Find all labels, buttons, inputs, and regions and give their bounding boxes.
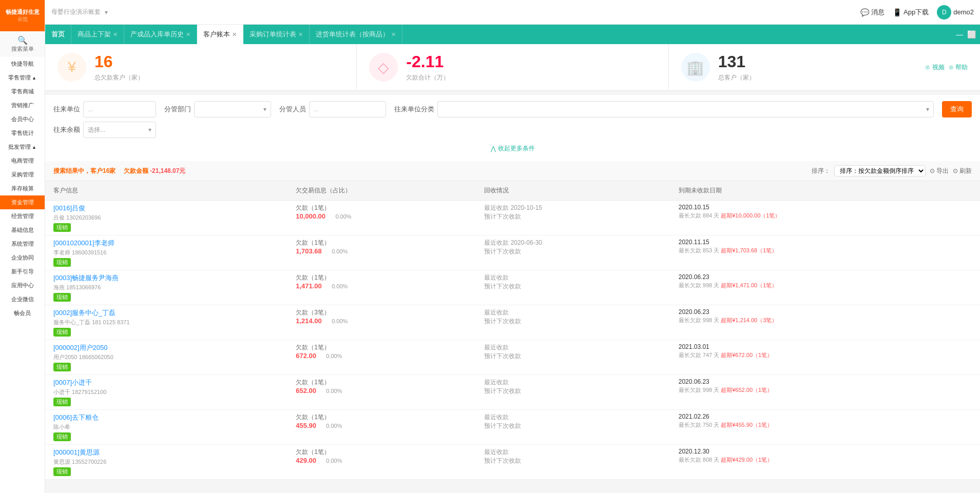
customer-name[interactable]: [0003]畅捷服务尹海燕 [53, 273, 279, 283]
collapse-btn[interactable]: ⋀ 收起更多条件 [53, 142, 972, 155]
balance-input[interactable]: 选择... ▾ [83, 122, 156, 138]
sidebar-item-batch-mgmt[interactable]: 批发管理 ▲ [0, 140, 45, 154]
debt-amount[interactable]: 1,703.68 [296, 247, 322, 255]
customer-tag: 现销 [53, 467, 71, 476]
sidebar-item-retail-mall[interactable]: 零售商城 [0, 85, 45, 98]
customer-tag: 现销 [53, 398, 71, 406]
table-container: 客户信息 欠交易信息（占比） 回收情况 到期未收款日期 [0016]吕俊 吕俊 … [45, 181, 980, 480]
debt-amount[interactable]: 429.00 [296, 457, 316, 464]
app-subtitle: 示范 [2, 16, 43, 23]
sidebar-item-operations[interactable]: 经营管理 [0, 209, 45, 223]
source-unit-input[interactable]: ... [83, 101, 156, 117]
tab-product-shelf[interactable]: 商品上下架 ✕ [71, 25, 124, 44]
debt-count: 欠款（1笔） [296, 413, 468, 422]
message-icon: 💬 [860, 8, 869, 16]
sidebar-item-quick-nav[interactable]: 快捷导航 [0, 57, 45, 71]
customer-name[interactable]: [0016]吕俊 [53, 204, 279, 213]
due-date-cell: 2020.12.30 最长欠款 808 天 超期¥429.00（1笔） [670, 445, 980, 480]
filter-area: 往来单位 ... 分管部门 ▾ 分管人员 [45, 95, 980, 161]
sidebar-item-purchase[interactable]: 采购管理 [0, 168, 45, 182]
tab-purchase-stats[interactable]: 进货单统计表（按商品） ✕ [310, 25, 402, 44]
sidebar-item-retail-mgmt[interactable]: 零售管理 ▲ [0, 71, 45, 85]
tab-home[interactable]: 首页 [45, 25, 71, 44]
tab-close-icon[interactable]: ✕ [298, 31, 303, 38]
debt-percent: 0.00% [332, 283, 348, 289]
sort-select[interactable]: 排序：按欠款金额倒序排序 [834, 165, 926, 176]
tab-close-icon[interactable]: ✕ [391, 31, 396, 38]
sidebar-item-member[interactable]: 会员中心 [0, 112, 45, 126]
message-label: 消息 [871, 8, 885, 17]
sidebar-item-apps[interactable]: 应用中心 [0, 279, 45, 292]
sidebar-item-marketing[interactable]: 营销推广 [0, 98, 45, 112]
category-input[interactable]: ▾ [437, 101, 934, 117]
sidebar-item-finance[interactable]: 资金管理 [0, 195, 45, 209]
debt-amount[interactable]: 652.00 [296, 387, 316, 395]
tab-customer-account[interactable]: 客户账本 ✕ [197, 25, 243, 44]
recovery-next: 预计下次收款 [484, 387, 662, 396]
sidebar-item-retail-stats[interactable]: 零售统计 [0, 126, 45, 140]
customer-name[interactable]: [0001020001]李老师 [53, 239, 279, 248]
tab-product-history[interactable]: 产成品入库单历史 ✕ [124, 25, 197, 44]
manager-input[interactable]: ... [309, 101, 386, 117]
sidebar-item-member2[interactable]: 畅会员 [0, 306, 45, 320]
debt-amount[interactable]: 672.00 [296, 352, 316, 360]
sidebar-item-enterprise[interactable]: 企业协同 [0, 251, 45, 265]
sidebar-item-wechat[interactable]: 企业微信 [0, 292, 45, 306]
video-btn[interactable]: ⊙ 视频 [925, 63, 944, 72]
customer-info-cell: [0007]小迸千 小迸千 18279152100 现销 [45, 375, 287, 410]
tab-close-icon[interactable]: ✕ [113, 31, 118, 38]
sidebar-item-basic-info[interactable]: 基础信息 [0, 223, 45, 237]
customer-info-cell: [0003]畅捷服务尹海燕 海燕 18513066976 现销 [45, 270, 287, 305]
overdue-link[interactable]: 超期¥672.00（1笔） [721, 352, 773, 358]
customer-name[interactable]: [0007]小迸千 [53, 378, 279, 387]
tab-close-icon[interactable]: ✕ [232, 31, 237, 38]
export-btn[interactable]: ⊙ 导出 [930, 167, 949, 175]
debt-percent: 0.00% [335, 213, 351, 220]
due-date: 2021.03.01 [679, 343, 972, 350]
refresh-btn[interactable]: ⊙ 刷新 [953, 167, 972, 175]
customer-tag: 现销 [53, 223, 71, 232]
sidebar-item-system[interactable]: 系统管理 [0, 237, 45, 251]
debt-amount[interactable]: 1,471.00 [296, 282, 322, 290]
minimize-icon[interactable]: — [956, 30, 963, 38]
app-download-btn[interactable]: 📱 App下载 [893, 8, 929, 17]
overdue-link[interactable]: 超期¥455.90（1笔） [721, 422, 773, 428]
customer-name[interactable]: [0002]服务中心_丁磊 [53, 308, 279, 318]
due-date-cell: 2020.10.15 最长欠款 884 天 超期¥10,000.00（1笔） [670, 201, 980, 235]
tab-close-icon[interactable]: ✕ [186, 31, 190, 38]
overdue-link[interactable]: 超期¥1,471.00（1笔） [721, 282, 777, 288]
customer-name[interactable]: [0006]去下粮仓 [53, 413, 279, 422]
overdue-link[interactable]: 超期¥1,214.00（3笔） [721, 317, 777, 323]
summary-card-total-customers: 🏢 131 总客户（家） ⊙ 视频 ⊙ 帮助 [669, 44, 980, 90]
overdue-link[interactable]: 超期¥429.00（1笔） [721, 457, 773, 463]
recovery-cell: 最近收款 2020-10-15 预计下次收款 [476, 201, 670, 235]
customer-name[interactable]: [000002]用户2050 [53, 343, 279, 352]
debt-info-cell: 欠款（1笔） 10,000.00 0.00% [287, 201, 476, 235]
chevron-up-icon: ⋀ [491, 145, 496, 152]
debtors-label: 总欠款客户（家） [94, 73, 144, 82]
help-btn[interactable]: ⊙ 帮助 [949, 63, 968, 72]
overdue-link[interactable]: 超期¥1,703.68（1笔） [721, 247, 777, 253]
table-row: [0003]畅捷服务尹海燕 海燕 18513066976 现销 欠款（1笔） 1… [45, 270, 980, 305]
query-button[interactable]: 查询 [942, 101, 972, 117]
sidebar-item-search[interactable]: 🔍 搜索菜单 [0, 31, 45, 57]
debt-amount[interactable]: 10,000.00 [296, 212, 325, 220]
overdue-link[interactable]: 超期¥10,000.00（1笔） [721, 212, 780, 219]
sidebar-item-inventory[interactable]: 库存核算 [0, 182, 45, 195]
sidebar-item-ecommerce[interactable]: 电商管理 [0, 154, 45, 168]
overdue-link[interactable]: 超期¥652.00（1笔） [721, 387, 773, 393]
filter-manager: 分管人员 ... [279, 101, 386, 117]
sidebar-item-guide[interactable]: 新手引导 [0, 265, 45, 279]
due-date: 2020.06.23 [679, 308, 972, 315]
col-debt-info: 欠交易信息（占比） [287, 181, 476, 201]
message-btn[interactable]: 💬 消息 [860, 8, 885, 17]
table-header: 客户信息 欠交易信息（占比） 回收情况 到期未收款日期 [45, 181, 980, 201]
maximize-icon[interactable]: ⬜ [967, 30, 976, 38]
tab-purchase-order[interactable]: 采购订单统计表 ✕ [243, 25, 310, 44]
user-avatar[interactable]: D demo2 [937, 5, 974, 19]
debt-amount[interactable]: 1,214.00 [296, 317, 322, 325]
total-customers-value: 131 [718, 52, 755, 71]
customer-name[interactable]: [000001]黄思源 [53, 448, 279, 457]
debt-amount[interactable]: 455.90 [296, 422, 316, 429]
dept-input[interactable]: ▾ [194, 101, 271, 117]
